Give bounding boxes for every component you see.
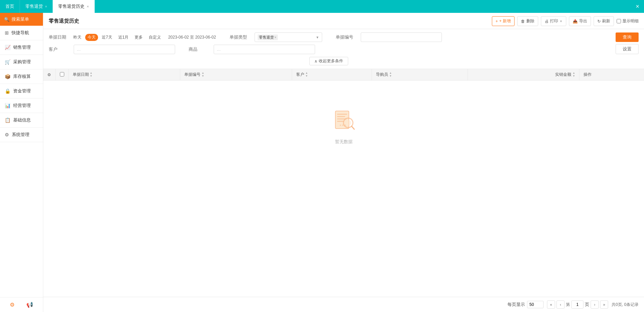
svg-point-9 [342,125,343,126]
settings-icon[interactable]: ⚙ [47,72,51,77]
th-guide: 导购员 ▲ ▼ [372,69,468,81]
sidebar-bottom: ⚙ 📢 [0,297,43,312]
date-sort-arrows[interactable]: ▲ ▼ [90,72,93,77]
th-customer: 客户 ▲ ▼ [292,69,372,81]
th-settings[interactable]: ⚙ [43,69,55,81]
date-filter-label: 单据日期 [49,34,69,40]
page-size-select[interactable]: 50 10 20 100 [527,301,544,308]
date-option-last7days[interactable]: 近7天 [99,34,115,41]
svg-line-7 [352,126,354,129]
date-option-today[interactable]: 今天 [85,34,98,41]
table-body: 暂无数据 [43,81,644,172]
sidebar-item-quick-nav[interactable]: ⊞ 快捷导航 [0,26,43,40]
delete-button[interactable]: 🗑 删除 [517,16,538,26]
collapse-row: ∧ 收起更多条件 [49,57,609,65]
page-last-button[interactable]: » [600,300,608,309]
date-options: 昨天 今天 近7天 近1月 更多 自定义 [71,34,163,41]
tab-home[interactable]: 首页 [0,0,20,13]
date-option-custom[interactable]: 自定义 [146,34,163,41]
add-button[interactable]: + + 新增 [492,16,515,26]
page-size-label: 每页显示 [507,302,525,308]
date-option-more[interactable]: 更多 [132,34,145,41]
sidebar-item-basic-info[interactable]: 📋 基础信息 [0,113,43,128]
page-total: 共0页, 0条记录 [612,302,639,308]
guide-sort-arrows[interactable]: ▲ ▼ [389,72,392,77]
refresh-button[interactable]: ↻ 刷新 [594,16,614,26]
th-checkbox[interactable] [55,69,68,81]
docno-sort-arrows[interactable]: ▲ ▼ [201,72,204,77]
sidebar-item-purchase[interactable]: 🛒 采购管理 [0,55,43,69]
cart-icon: 🛒 [5,59,10,65]
export-button[interactable]: 📤 导出 [569,16,591,26]
customer-filter-input[interactable]: … [74,45,175,54]
show-detail-checkbox-wrap[interactable]: 显示明细 [617,18,639,24]
tab-home-label: 首页 [5,3,14,9]
page-label: 第 [566,302,570,308]
filter-row-2: 客户 … 商品 … [49,45,609,54]
svg-rect-2 [337,116,345,117]
page-input[interactable] [571,300,583,309]
filter-row-1: 单据日期 昨天 今天 近7天 近1月 更多 自定义 2023-06-02 至 2… [49,32,609,42]
page-first-button[interactable]: « [547,300,555,309]
sidebar-item-quick-nav-label: 快捷导航 [11,30,29,36]
doc-icon: 📋 [5,117,10,123]
page-prev-button[interactable]: ‹ [556,300,565,309]
gear-icon: ⚙ [5,132,9,137]
th-amount: 实销金额 ▲ ▼ [468,69,579,81]
print-arrow-icon: ▼ [559,20,563,23]
export-icon: 📤 [573,19,578,24]
tab-retail-return-history[interactable]: 零售退货历史 × [53,0,94,13]
main-layout: 🔍 搜索菜单 ⊞ 快捷导航 📈 销售管理 🛒 采购管理 📦 库存核算 🔒 资金管… [0,13,644,312]
set-button[interactable]: 设置 [616,44,639,54]
type-filter-select[interactable]: 零售退货 × ▼ [255,32,322,42]
customer-sort-arrows[interactable]: ▲ ▼ [305,72,308,77]
operation-icon: 📊 [5,103,10,108]
sidebar-item-inventory[interactable]: 📦 库存核算 [0,69,43,84]
customer-filter-label: 客户 [49,46,69,52]
sidebar-search-label: 搜索菜单 [11,16,29,22]
page-title: 零售退货历史 [49,18,79,24]
audio-bottom-icon[interactable]: 📢 [26,302,33,308]
sidebar-item-purchase-label: 采购管理 [13,59,31,65]
svg-point-6 [345,120,351,126]
collapse-button[interactable]: ∧ 收起更多条件 [309,57,348,65]
select-all-checkbox[interactable] [60,72,64,76]
sidebar-search[interactable]: 🔍 搜索菜单 [0,13,43,26]
empty-state: 暂无数据 [43,81,644,172]
svg-point-10 [344,125,346,126]
sidebar-item-operation[interactable]: 📊 经营管理 [0,98,43,113]
settings-bottom-icon[interactable]: ⚙ [10,302,15,308]
goods-filter-input[interactable]: … [214,45,315,54]
tab-retail-return-label: 零售退货 [25,3,43,9]
main-content: 零售退货历史 + + 新增 🗑 删除 🖨 打印 ▼ 📤 导出 [43,13,644,312]
show-detail-checkbox[interactable] [617,19,621,23]
tab-retail-return[interactable]: 零售退货 × [20,0,53,13]
docno-filter-input[interactable] [361,32,442,42]
type-select-arrow: ▼ [316,36,319,39]
print-button[interactable]: 🖨 打印 ▼ [541,16,566,26]
window-close-button[interactable]: × [631,3,644,10]
page-unit: 页 [585,302,589,308]
lock-icon: 🔒 [5,88,10,94]
page-next-button[interactable]: › [591,300,599,309]
tab-retail-return-history-close[interactable]: × [87,4,89,8]
sidebar-item-system[interactable]: ⚙ 系统管理 [0,128,43,142]
page-header: 零售退货历史 + + 新增 🗑 删除 🖨 打印 ▼ 📤 导出 [43,13,644,29]
date-option-last1month[interactable]: 近1月 [116,34,131,41]
grid-icon: ⊞ [5,30,9,36]
type-tag-close[interactable]: × [275,36,277,39]
table-header: ⚙ 单据日期 ▲ ▼ [43,69,644,81]
print-icon: 🖨 [545,19,549,24]
sidebar-item-system-label: 系统管理 [12,132,29,138]
svg-rect-1 [337,114,347,115]
tab-retail-return-close[interactable]: × [45,4,47,8]
data-table: ⚙ 单据日期 ▲ ▼ [43,69,644,172]
type-tag: 零售退货 × [258,35,278,40]
sidebar-item-sales[interactable]: 📈 销售管理 [0,40,43,55]
query-button[interactable]: 查询 [616,32,639,42]
tab-bar: 首页 零售退货 × 零售退货历史 × [0,0,631,13]
customer-filter-group: 客户 … [49,45,175,54]
amount-sort-arrows[interactable]: ▲ ▼ [572,72,575,77]
sidebar-item-finance[interactable]: 🔒 资金管理 [0,84,43,98]
date-option-yesterday[interactable]: 昨天 [71,34,84,41]
